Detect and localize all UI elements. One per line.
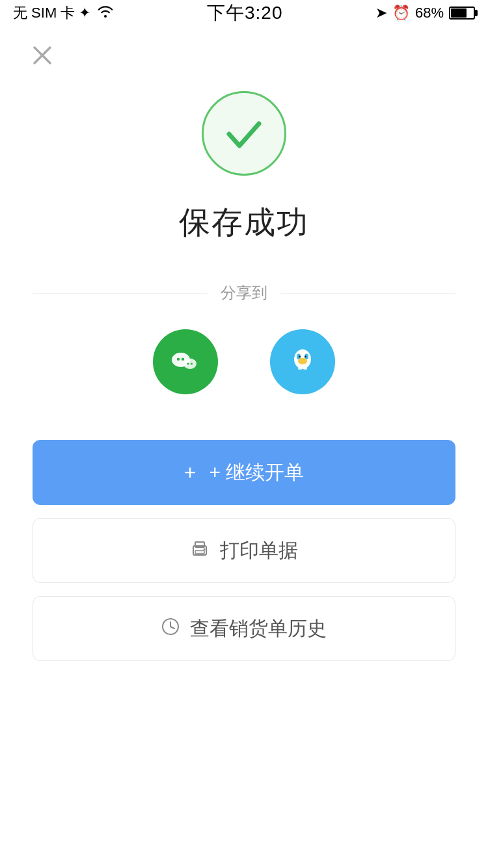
status-right: ➤ ⏰ 68% [375,5,475,21]
success-title: 保存成功 [179,202,309,243]
no-sim-text: 无 SIM 卡 ✦ [13,3,90,23]
share-label: 分享到 [221,282,267,303]
alarm-icon: ⏰ [392,5,410,21]
svg-rect-15 [303,368,307,370]
svg-point-7 [191,362,193,364]
wifi-icon [97,5,114,21]
svg-line-22 [170,627,174,629]
continue-button[interactable]: + + 继续开单 [33,440,455,505]
share-wechat-button[interactable] [153,329,218,394]
svg-point-5 [183,359,197,369]
plus-icon: + [184,461,197,485]
history-label: 查看销货单历史 [190,616,327,642]
svg-point-19 [204,548,206,550]
success-icon-circle [202,91,286,176]
svg-point-12 [305,356,306,358]
printer-icon [190,539,210,562]
main-content: 保存成功 分享到 [0,26,488,694]
share-divider: 分享到 [33,282,455,303]
close-button[interactable] [26,39,59,72]
history-button[interactable]: 查看销货单历史 [33,596,455,661]
svg-rect-14 [298,368,302,370]
print-label: 打印单据 [220,537,298,564]
share-qq-button[interactable] [270,329,335,394]
clock-icon [161,617,180,640]
svg-point-13 [298,358,307,364]
status-time: 下午3:20 [207,1,283,25]
battery-icon [449,7,475,20]
location-icon: ➤ [375,5,387,21]
divider-line-right [280,293,455,293]
battery-percent: 68% [415,5,444,21]
status-bar: 无 SIM 卡 ✦ 下午3:20 ➤ ⏰ 68% [0,0,488,26]
svg-rect-18 [195,550,204,554]
print-button[interactable]: 打印单据 [33,518,455,583]
qq-icon [284,344,321,380]
divider-line-left [33,293,208,293]
checkmark-icon [221,111,267,156]
status-left: 无 SIM 卡 ✦ [13,3,114,23]
svg-point-4 [182,358,184,360]
svg-point-3 [177,358,180,360]
svg-point-11 [299,356,301,358]
action-buttons: + + 继续开单 打印单据 [33,440,455,661]
svg-point-6 [187,362,189,364]
wechat-icon [167,344,204,380]
share-icons-row [153,329,335,394]
continue-label: + 继续开单 [209,459,304,486]
